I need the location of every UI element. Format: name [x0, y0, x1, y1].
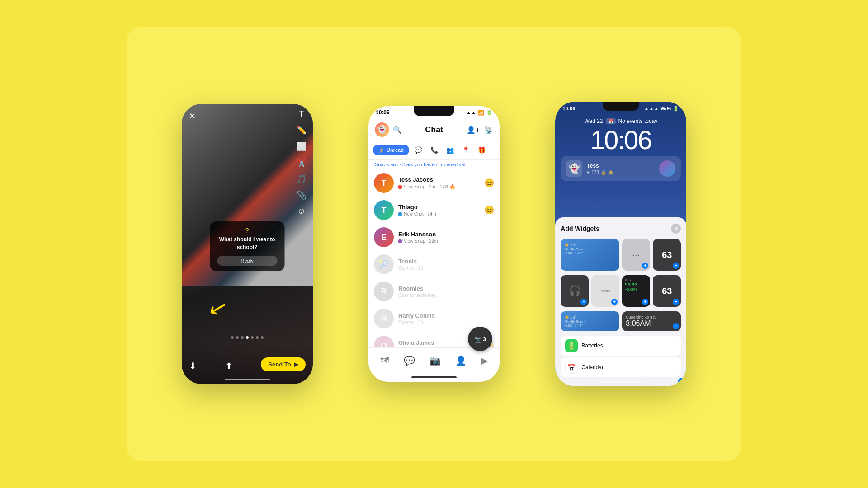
send-to-label: Send To: [268, 361, 291, 368]
big-time: 10:06: [555, 127, 686, 153]
action-olivia: Received · 1d: [398, 347, 426, 347]
headphones-icon: 🎧: [569, 285, 581, 297]
add-stocks-button[interactable]: +: [642, 299, 648, 305]
widget-timer-2[interactable]: 63 +: [653, 275, 681, 307]
widget-stocks[interactable]: DIS 93.93 +0.69% +: [622, 275, 650, 307]
weather-range: H:68° L:48°: [564, 251, 616, 255]
chat-item-tennis[interactable]: 🎾 Tennis Opened · 1d: [368, 251, 500, 278]
batteries-app-item[interactable]: 🔋 Batteries: [561, 336, 681, 356]
snap-indicator-red: [398, 185, 402, 189]
widget-grid-3: ☀️ 63° Mostly Sunny H:68° L:48° + Cupert…: [561, 311, 681, 331]
nav-stories[interactable]: 👤: [452, 353, 470, 368]
batteries-app-icon: 🔋: [565, 339, 578, 352]
sub-thiago: New Chat · 14m: [398, 211, 494, 216]
weather-temp: 63°: [571, 243, 577, 247]
scissors-tool[interactable]: ✂️: [297, 158, 307, 168]
dot-1: [231, 336, 234, 339]
widget-weather-large[interactable]: ☀️ 63° Mostly Sunny H:68° L:48° +: [561, 239, 619, 271]
download-icon[interactable]: ⬇: [189, 361, 197, 371]
name-tennis: Tennis: [398, 258, 494, 265]
chat-info-thiago: Thiago New Chat · 14m: [398, 204, 494, 216]
share-icon[interactable]: ⬆: [225, 361, 233, 371]
close-button[interactable]: ✕: [189, 111, 196, 121]
avatar-tess: T: [374, 173, 394, 193]
poll-icon: ?: [217, 227, 277, 234]
snap-notif-app-icon: 👻: [566, 160, 582, 177]
arrow-doodle: ↙: [206, 293, 231, 323]
widget-none[interactable]: None +: [591, 275, 619, 307]
add-cupertino-button[interactable]: +: [673, 323, 679, 329]
add-none-button[interactable]: +: [611, 299, 618, 305]
location-filter-button[interactable]: 📍: [459, 145, 472, 155]
home-indicator: [225, 379, 270, 380]
add-timer-button[interactable]: +: [673, 263, 679, 269]
notif-heart-icon: ♥: [587, 170, 590, 175]
panel-header: Add Widgets ✕: [561, 224, 681, 234]
chat-item-roomies[interactable]: R Roomies Opened yesterday...: [368, 278, 500, 305]
add-small1-button[interactable]: +: [642, 263, 648, 269]
widget-headphones[interactable]: 🎧 +: [561, 275, 589, 307]
name-thiago: Thiago: [398, 204, 494, 211]
unread-icon: ⚡: [378, 147, 385, 153]
emoji-tool[interactable]: ☺️: [297, 206, 307, 216]
dot-3: [241, 336, 244, 339]
chat-item-tess[interactable]: T Tess Jacobs View Snap · 2m · 178 🔥 😊: [368, 169, 500, 197]
ios-time: 10:06: [562, 106, 575, 111]
date-row: Wed 22 📅 No events today: [555, 115, 686, 125]
link-tool[interactable]: 📎: [297, 190, 307, 200]
message-filter-button[interactable]: 💬: [412, 145, 425, 155]
call-filter-button[interactable]: 📞: [428, 145, 441, 155]
chat-item-erik[interactable]: E Erik Hansson View Snap · 22m: [368, 224, 500, 251]
add-weather2-button[interactable]: +: [678, 378, 684, 385]
camera-fab-button[interactable]: 📷 3: [468, 327, 492, 351]
dot-7: [261, 336, 264, 339]
widget-cupertino[interactable]: Cupertino -2HRS 8:06AM +: [622, 311, 681, 331]
map-icon: 🗺: [380, 355, 389, 366]
chat-item-thiago[interactable]: T Thiago New Chat · 14m 😊: [368, 197, 500, 224]
panel-close-button[interactable]: ✕: [671, 224, 681, 234]
snap-notification[interactable]: 👻 Tess ♥ 178 🔒 ⭐: [561, 156, 681, 181]
gift-filter-button[interactable]: 🎁: [475, 145, 488, 155]
filter-bar: ⚡ Unread 💬 📞 👥 📍 🎁: [368, 141, 500, 160]
action-thiago: New Chat · 14m: [404, 211, 436, 216]
timer2-value: 63: [662, 286, 672, 296]
camera-icon: 📷: [474, 336, 481, 343]
add-timer2-button[interactable]: +: [673, 299, 679, 305]
chat-info-tennis: Tennis Opened · 1d: [398, 258, 494, 271]
nav-camera[interactable]: 📷: [426, 353, 444, 368]
none-label: None: [601, 289, 611, 293]
widget-grid-2: 🎧 + None + DIS 93.93 +0.69% +: [561, 275, 681, 307]
add-headphones-button[interactable]: +: [580, 299, 587, 305]
sticker-tool[interactable]: ⬜: [297, 141, 307, 151]
stocks-label: DIS: [625, 278, 647, 282]
add-friend-icon[interactable]: 👤+: [467, 126, 480, 134]
widget-small-1[interactable]: ⋯ +: [622, 239, 650, 271]
widget-weather-small[interactable]: ☀️ 63° Mostly Sunny H:68° L:48° +: [561, 311, 619, 331]
music-tool[interactable]: 🎵: [297, 174, 307, 184]
home-indicator-2: [368, 373, 500, 382]
send-arrow-icon: ▶: [294, 361, 298, 368]
nav-chat[interactable]: 💬: [400, 353, 419, 368]
camera-count: 3: [483, 336, 486, 343]
nav-discover[interactable]: ▶: [477, 353, 491, 368]
pen-tool[interactable]: ✏️: [297, 125, 307, 135]
reply-button[interactable]: Reply: [217, 256, 277, 266]
notif-lock-icon: 🔒: [601, 170, 606, 175]
unread-filter-button[interactable]: ⚡ Unread: [373, 145, 409, 155]
nav-map[interactable]: 🗺: [377, 353, 393, 367]
send-to-button[interactable]: Send To ▶: [261, 357, 305, 371]
search-button[interactable]: 🔍: [393, 126, 402, 134]
widget-app-list: 🔋 Batteries: [561, 336, 681, 356]
ios-wifi-icon: WiFi: [660, 106, 671, 111]
group-filter-button[interactable]: 👥: [443, 145, 457, 155]
status-icons: ▲▲ 📶 🔋: [466, 110, 492, 116]
calendar-app-item[interactable]: 📅 Calendar: [561, 357, 681, 377]
avatar-tennis: 🎾: [374, 254, 394, 274]
stories-icon[interactable]: 📡: [484, 126, 493, 134]
add-widgets-panel: Add Widgets ✕ ☀️ 63° Mostly Sunny H:68° …: [555, 217, 686, 386]
chat-info-tess: Tess Jacobs View Snap · 2m · 178 🔥: [398, 176, 494, 190]
widget-timer[interactable]: 63 +: [653, 239, 681, 271]
chat-nav-icon: 💬: [404, 355, 415, 366]
phone-1-story: ✕ T ✏️ ⬜ ✂️ 🎵 📎 ☺️ ? What should I wear …: [182, 104, 313, 384]
text-tool[interactable]: T: [297, 109, 307, 119]
